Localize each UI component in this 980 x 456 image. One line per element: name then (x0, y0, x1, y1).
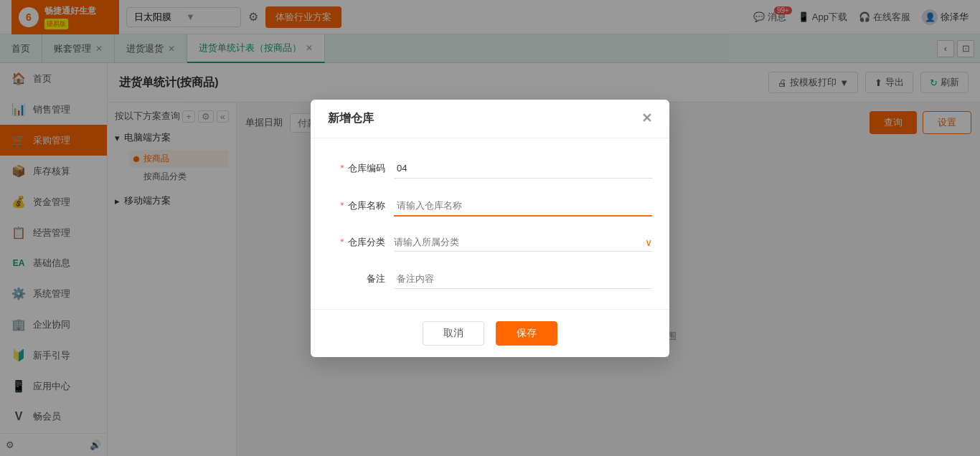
name-input[interactable] (394, 196, 652, 217)
form-row-name: * 仓库名称 (328, 196, 652, 217)
required-star-name: * (340, 200, 344, 211)
modal-body: * 仓库编码 * 仓库名称 * 仓库分类 (311, 138, 669, 309)
cancel-button[interactable]: 取消 (423, 321, 484, 346)
category-select-wrapper: ∨ (394, 234, 652, 252)
add-warehouse-modal: 新增仓库 ✕ * 仓库编码 * 仓库名称 (311, 100, 669, 357)
required-star-category: * (340, 237, 344, 247)
save-button[interactable]: 保存 (496, 321, 557, 346)
remark-label: 备注 (328, 272, 385, 285)
modal-header: 新增仓库 ✕ (311, 100, 669, 138)
form-row-category: * 仓库分类 ∨ (328, 234, 652, 252)
form-row-code: * 仓库编码 (328, 158, 652, 179)
category-select-input[interactable] (394, 237, 645, 247)
name-label: * 仓库名称 (328, 199, 385, 212)
modal-close-button[interactable]: ✕ (641, 112, 652, 125)
category-dropdown-icon[interactable]: ∨ (645, 237, 652, 248)
modal-title: 新增仓库 (328, 111, 374, 126)
required-star-code: * (340, 163, 344, 174)
form-row-remark: 备注 (328, 269, 652, 289)
category-label: * 仓库分类 (328, 236, 385, 249)
code-input[interactable] (394, 158, 652, 179)
modal-footer: 取消 保存 (311, 309, 669, 357)
code-label: * 仓库编码 (328, 162, 385, 175)
modal-overlay: 新增仓库 ✕ * 仓库编码 * 仓库名称 (0, 0, 980, 456)
remark-input[interactable] (394, 269, 652, 289)
